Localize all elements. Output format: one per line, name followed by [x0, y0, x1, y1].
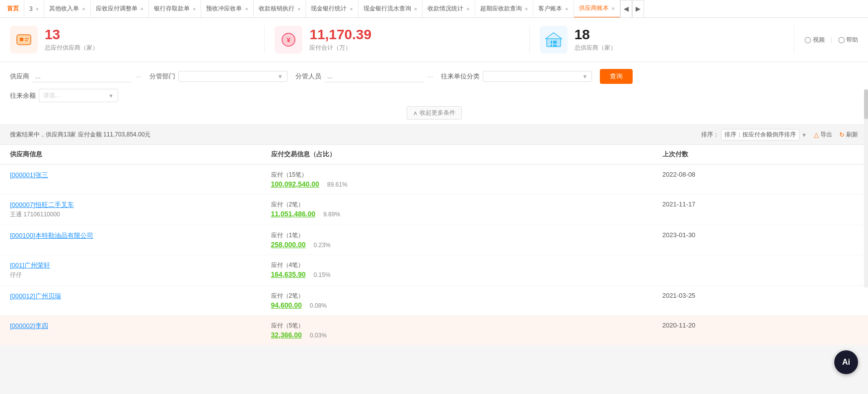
- result-actions: 排序： 排序：按应付余额倒序排序 ▼ △ 导出 ↻ 刷新: [701, 129, 858, 140]
- supplier-cell: [000012]广州贝瑞: [10, 292, 271, 301]
- close-icon[interactable]: ×: [350, 6, 353, 12]
- person-more-icon[interactable]: ···: [428, 72, 434, 80]
- table-row: [001]广州荣轩 仔仔 应付（4笔） 164,635.90 0.15%: [0, 255, 868, 286]
- close-icon[interactable]: ×: [193, 6, 196, 12]
- close-icon[interactable]: ×: [245, 6, 248, 12]
- nav-tab-supplier-ledger-label: 供应商账本: [579, 4, 609, 12]
- nav-tab-ar-adjustment[interactable]: 应收应付调整单 ×: [91, 0, 149, 18]
- stat-payable-suppliers: 13 总应付供应商（家）: [10, 26, 265, 54]
- nav-tab-prepay[interactable]: 预收冲应收单 ×: [201, 0, 253, 18]
- last-pay-cell: 2020-11-20: [662, 322, 858, 329]
- sort-select[interactable]: 排序：按应付余额倒序排序: [721, 129, 799, 140]
- close-icon[interactable]: ×: [141, 6, 144, 12]
- close-icon[interactable]: ×: [82, 6, 85, 12]
- last-pay-cell: 2021-11-17: [662, 200, 858, 208]
- export-button[interactable]: △ 导出: [814, 131, 832, 139]
- nav-tab-prepay-label: 预收冲应收单: [206, 4, 242, 13]
- sort-control: 排序： 排序：按应付余额倒序排序 ▼: [701, 129, 807, 140]
- tx-label: 应付（2笔）: [271, 292, 662, 300]
- tx-cell: 应付（1笔） 258,000.00 0.23%: [271, 231, 662, 249]
- last-pay-date: 2022-08-08: [662, 171, 696, 178]
- result-bar: 搜索结果中，供应商13家 应付金额 111,703,854.00元 排序： 排序…: [0, 125, 868, 145]
- nav-tab-other-income[interactable]: 其他收入单 ×: [44, 0, 90, 18]
- collapse-button[interactable]: ∧ 收起更多条件: [407, 106, 462, 120]
- help-btn[interactable]: ◯ 帮助: [838, 36, 858, 44]
- supplier-input[interactable]: [32, 70, 132, 82]
- tx-amount[interactable]: 94,600.00: [271, 301, 302, 309]
- video-btn[interactable]: ◯ 视频: [804, 36, 824, 44]
- nav-tab-receivable[interactable]: 收款核销执行 ×: [254, 0, 306, 18]
- chevron-down-icon: ▼: [278, 73, 283, 79]
- nav-tab-overdue[interactable]: 超期应收款查询 ×: [475, 0, 533, 18]
- supplier-link[interactable]: [000100]本特勒油品有限公司: [10, 232, 93, 239]
- supplier-cell: [000007]恒旺二手叉车 王通 17106110000: [10, 200, 271, 219]
- person-input[interactable]: [324, 70, 424, 82]
- balance-select[interactable]: 请选... ▼: [39, 89, 118, 102]
- stat2-label: 应付合计（万）: [309, 44, 371, 52]
- export-label: 导出: [820, 131, 832, 139]
- nav-tab-overdue-label: 超期应收款查询: [480, 4, 522, 13]
- svg-text:¥: ¥: [287, 36, 291, 44]
- category-label: 往来单位分类: [441, 72, 480, 81]
- nav-tab-cash-stat-label: 现金银行统计: [311, 4, 347, 13]
- chevron-down-icon-2: ▼: [582, 73, 587, 79]
- close-icon[interactable]: ×: [414, 6, 417, 12]
- nav-prev-arrow[interactable]: ◀: [620, 0, 632, 18]
- nav-tab-bank-flow-label: 现金银行流水查询: [363, 4, 411, 13]
- scrollbar-track: [864, 89, 868, 288]
- supplier-link[interactable]: [000012]广州贝瑞: [10, 292, 61, 300]
- supplier-link[interactable]: [000007]恒旺二手叉车: [10, 201, 74, 208]
- supplier-more-icon[interactable]: ···: [136, 72, 142, 80]
- close-icon[interactable]: ×: [36, 6, 39, 12]
- tx-amount[interactable]: 100,092,540.00: [271, 180, 319, 188]
- supplier-link[interactable]: [000002]李四: [10, 322, 48, 329]
- nav-tab-receivable-label: 收款核销执行: [259, 4, 294, 13]
- close-icon[interactable]: ×: [297, 6, 300, 12]
- nav-tab-bank-deposit[interactable]: 银行存取款单 ×: [149, 0, 201, 18]
- supplier-cell: [000002]李四: [10, 322, 271, 330]
- scrollbar-thumb[interactable]: [864, 89, 868, 119]
- main-table: 供应商信息 应付交易信息（占比） 上次付数 [000001]张三 应付（15笔）…: [0, 145, 868, 345]
- question-icon: ◯: [838, 36, 845, 43]
- table-row: [000002]李四 应付（5笔） 32,366.00 0.03% 2020-1…: [0, 316, 868, 345]
- tx-amount[interactable]: 32,366.00: [271, 331, 302, 339]
- nav-tab-cash-stat[interactable]: 现金银行统计 ×: [306, 0, 358, 18]
- close-icon[interactable]: ×: [466, 6, 469, 12]
- filter-area: 供应商 ··· 分管部门 ▼ 分管人员 ··· 往来单位分类 ▼ 查询 往来: [0, 62, 868, 125]
- filter-category: 往来单位分类 ▼: [441, 71, 592, 82]
- nav-tab-other-income-label: 其他收入单: [49, 4, 79, 13]
- circle-icon: ◯: [804, 36, 811, 43]
- supplier-link[interactable]: [000001]张三: [10, 171, 48, 179]
- query-button[interactable]: 查询: [600, 69, 633, 84]
- close-icon[interactable]: ×: [565, 6, 568, 12]
- supplier-cell: [001]广州荣轩 仔仔: [10, 261, 271, 279]
- last-pay-cell: 2022-08-08: [662, 171, 858, 178]
- nav-tab-bank-flow[interactable]: 现金银行流水查询 ×: [359, 0, 423, 18]
- col-tx-info: 应付交易信息（占比）: [271, 150, 662, 159]
- close-icon[interactable]: ×: [612, 5, 615, 11]
- nav-tab-customer-ledger[interactable]: 客户账本 ×: [533, 0, 574, 18]
- help-label: 帮助: [846, 36, 858, 43]
- table-row: [000001]张三 应付（15笔） 100,092,540.00 89.61%…: [0, 165, 868, 195]
- nav-next-arrow[interactable]: ▶: [632, 0, 644, 18]
- tx-amount[interactable]: 164,635.90: [271, 270, 306, 278]
- supplier-cell: [000001]张三: [10, 171, 271, 180]
- filter-supplier: 供应商 ···: [10, 70, 142, 82]
- stat1-value: 13: [45, 28, 98, 42]
- nav-tab-3[interactable]: 3 ×: [24, 0, 44, 18]
- tx-amount[interactable]: 11,051,486.00: [271, 210, 316, 218]
- supplier-cell: [000100]本特勒油品有限公司: [10, 231, 271, 240]
- tx-amount[interactable]: 258,000.00: [271, 241, 306, 249]
- department-select[interactable]: ▼: [178, 71, 288, 82]
- close-icon[interactable]: ×: [525, 6, 528, 12]
- filter-row-2: 往来余额 请选... ▼: [10, 89, 858, 102]
- category-select[interactable]: ▼: [483, 71, 592, 82]
- nav-tab-receipt-stat[interactable]: 收款情况统计 ×: [423, 0, 475, 18]
- nav-tab-3-label: 3: [29, 5, 33, 12]
- nav-tab-home[interactable]: 首页: [2, 0, 24, 18]
- refresh-button[interactable]: ↻ 刷新: [839, 131, 858, 139]
- supplier-link[interactable]: [001]广州荣轩: [10, 262, 50, 269]
- nav-tab-supplier-ledger[interactable]: 供应商账本 ×: [574, 0, 620, 18]
- filter-person: 分管人员 ···: [295, 70, 434, 82]
- stat1-text: 13 总应付供应商（家）: [45, 28, 98, 52]
